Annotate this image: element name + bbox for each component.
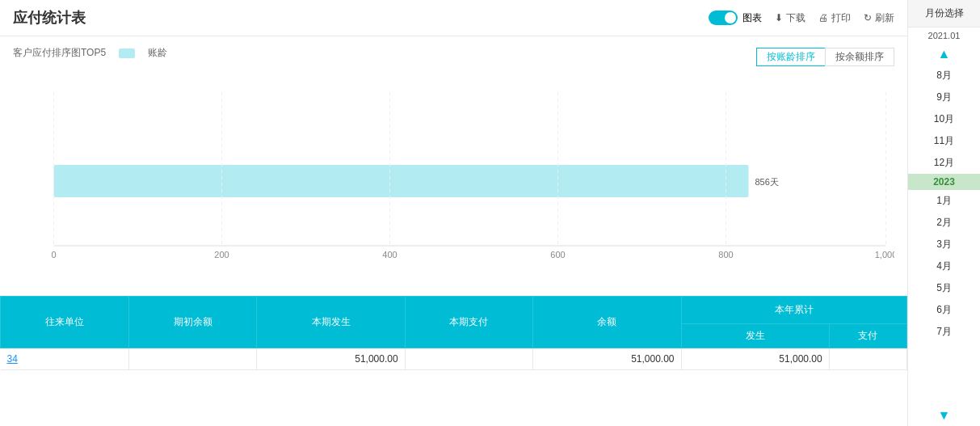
svg-text:1,000: 1,000	[875, 250, 894, 259]
chart-controls: 按账龄排序 按余额排序	[756, 48, 894, 66]
print-label: 打印	[831, 11, 851, 25]
col-ytd-pay-header: 支付	[829, 324, 906, 348]
print-icon: 🖨	[818, 12, 828, 23]
svg-text:600: 600	[550, 250, 565, 259]
refresh-label: 刷新	[875, 11, 894, 25]
cell-unit[interactable]: 34	[1, 348, 129, 370]
col-current-pay-header: 本期支付	[405, 297, 533, 348]
svg-text:200: 200	[214, 250, 229, 259]
sidebar-month-6[interactable]: 6月	[908, 299, 980, 321]
chart-svg: 34 856天 0 200 400 600 800 1,000	[45, 68, 894, 286]
chart-section: 客户应付排序图TOP5 账龄 按账龄排序 按余额排序 34 856天	[0, 36, 907, 296]
download-icon: ⬇	[775, 12, 783, 23]
col-ytd-header: 本年累计	[681, 297, 906, 324]
chart-container: 34 856天 0 200 400 600 800 1,000	[45, 68, 894, 286]
legend-label: 账龄	[148, 46, 167, 60]
legend-dot	[119, 49, 135, 58]
cell-balance: 51,000.00	[533, 348, 681, 370]
sidebar-month-9[interactable]: 9月	[908, 86, 980, 108]
header-actions: 图表 ⬇ 下载 🖨 打印 ↻ 刷新	[709, 11, 894, 25]
sidebar-month-1[interactable]: 1月	[908, 190, 980, 212]
page-title: 应付统计表	[13, 8, 86, 27]
sidebar-month-2[interactable]: 2月	[908, 212, 980, 234]
svg-text:0: 0	[51, 250, 56, 259]
page-header: 应付统计表 图表 ⬇ 下载 🖨 打印 ↻ 刷新	[0, 0, 907, 36]
sidebar-months-list: 8月 9月 10月 11月 12月 2023 1月 2月 3月 4月 5月 6月…	[908, 65, 980, 405]
legend-title: 客户应付排序图TOP5	[13, 46, 106, 60]
sort-by-amount-button[interactable]: 按余额排序	[825, 48, 894, 66]
download-button[interactable]: ⬇ 下载	[775, 11, 805, 25]
table-section: 往来单位 期初余额 本期发生 本期支付 余额 本年累计 发生 支付 34	[0, 296, 907, 426]
svg-text:400: 400	[382, 250, 397, 259]
sidebar-down-button[interactable]: ▼	[908, 405, 980, 426]
sidebar-month-4[interactable]: 4月	[908, 255, 980, 277]
table-row: 34 51,000.00 51,000.00 51,000.00	[1, 348, 907, 370]
svg-text:856天: 856天	[755, 177, 779, 187]
col-balance-header: 余额	[533, 297, 681, 348]
col-current-occur-header: 本期发生	[257, 297, 405, 348]
cell-ytd-pay	[829, 348, 906, 370]
chart-label: 图表	[742, 11, 762, 25]
sort-by-age-button[interactable]: 按账龄排序	[756, 48, 825, 66]
month-sidebar: 月份选择 2021.01 ▲ 8月 9月 10月 11月 12月 2023 1月…	[907, 0, 980, 426]
sidebar-month-5[interactable]: 5月	[908, 277, 980, 299]
col-unit-header: 往来单位	[1, 297, 129, 348]
chart-legend: 客户应付排序图TOP5 账龄	[13, 46, 167, 60]
cell-current-pay	[405, 348, 533, 370]
cell-ytd-occur: 51,000.00	[681, 348, 829, 370]
chart-legend-row: 客户应付排序图TOP5 账龄 按账龄排序 按余额排序	[13, 46, 894, 68]
sidebar-month-10[interactable]: 10月	[908, 108, 980, 130]
table-header-row: 往来单位 期初余额 本期发生 本期支付 余额 本年累计	[1, 297, 907, 324]
data-table: 往来单位 期初余额 本期发生 本期支付 余额 本年累计 发生 支付 34	[0, 296, 907, 370]
col-opening-header: 期初余额	[128, 297, 257, 348]
sidebar-year-2023: 2023	[908, 174, 980, 190]
sidebar-year-value: 2021.01	[908, 27, 980, 44]
toggle-switch[interactable]	[709, 11, 738, 25]
chart-toggle[interactable]: 图表	[709, 11, 762, 25]
svg-text:800: 800	[718, 250, 733, 259]
print-button[interactable]: 🖨 打印	[818, 11, 851, 25]
sidebar-month-8[interactable]: 8月	[908, 65, 980, 86]
refresh-icon: ↻	[864, 12, 872, 23]
sidebar-up-button[interactable]: ▲	[908, 44, 980, 65]
download-label: 下载	[786, 11, 805, 25]
col-ytd-occur-header: 发生	[681, 324, 829, 348]
sidebar-header: 月份选择	[908, 0, 980, 27]
sidebar-month-12[interactable]: 12月	[908, 152, 980, 174]
svg-rect-1	[54, 165, 749, 197]
cell-opening	[128, 348, 257, 370]
sidebar-month-3[interactable]: 3月	[908, 234, 980, 255]
refresh-button[interactable]: ↻ 刷新	[864, 11, 894, 25]
cell-current-occur: 51,000.00	[257, 348, 405, 370]
svg-text:34: 34	[45, 177, 46, 187]
sidebar-month-7[interactable]: 7月	[908, 321, 980, 343]
sidebar-month-11[interactable]: 11月	[908, 130, 980, 152]
